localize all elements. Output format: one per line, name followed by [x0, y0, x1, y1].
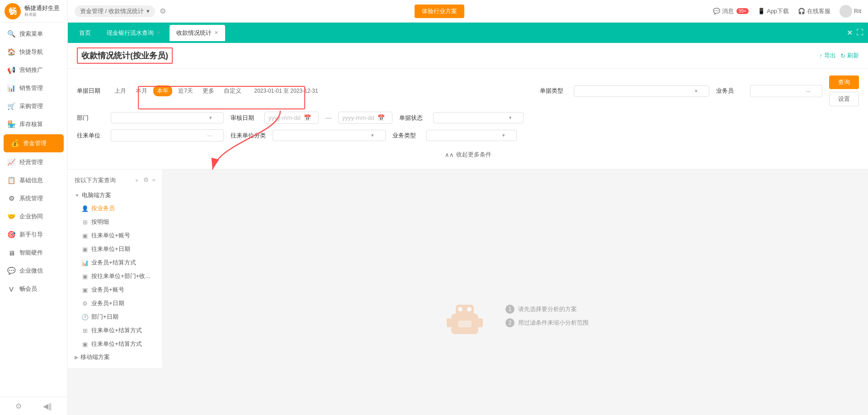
date-option-3[interactable]: 近7天 — [175, 85, 197, 96]
doc-type-select[interactable]: ▾ — [574, 85, 709, 97]
salesperson-label: 业务员 — [716, 87, 743, 95]
doc-status-chevron: ▾ — [509, 115, 512, 121]
scheme-item-0-2[interactable]: ▣往来单位+账号 — [68, 229, 162, 242]
scheme-group-header-0[interactable]: ▼电脑端方案 — [68, 189, 162, 202]
sidebar-item-basicinfo[interactable]: 📋基础信息 — [0, 171, 67, 189]
scheme-item-0-9[interactable]: ⊞往来单位+结算方式 — [68, 324, 162, 337]
scheme-item-icon-6: ▣ — [81, 286, 89, 293]
gear-scheme-icon[interactable]: ⚙ — [143, 176, 149, 184]
search-icon: 🔍 — [7, 29, 16, 38]
scheme-item-0-3[interactable]: ▣往来单位+日期 — [68, 242, 162, 256]
scheme-item-label-9: 往来单位+结算方式 — [91, 326, 142, 335]
sidebar-bottom: ⚙ ◀‖ — [0, 397, 67, 415]
sidebar-menu: 🔍搜索菜单🏠快捷导航📢营销推广📊销售管理🛒采购管理🏪库存核算💰资金管理📈经营管理… — [0, 23, 67, 397]
scheme-item-0-1[interactable]: ⊞按明细 — [68, 215, 162, 229]
biz-type-chevron: ▾ — [502, 132, 505, 138]
tab-close-collection[interactable]: ✕ — [214, 30, 218, 36]
doc-type-chevron: ▾ — [695, 88, 698, 94]
sidebar-item-marketing[interactable]: 📢营销推广 — [0, 61, 67, 79]
review-date-to-placeholder: yyyy-mm-dd — [342, 114, 374, 121]
scheme-item-0-0[interactable]: 👤按业务员 — [68, 202, 162, 215]
date-option-0[interactable]: 上月 — [111, 85, 130, 96]
scheme-item-icon-1: ⊞ — [81, 218, 89, 226]
sidebar-item-guide[interactable]: 🎯新手引导 — [0, 226, 67, 244]
sidebar-item-enterprise[interactable]: 🤝企业协同 — [0, 208, 67, 226]
collapse-sidebar-icon[interactable]: ◀‖ — [43, 402, 52, 410]
sidebar-item-operations[interactable]: 📈经营管理 — [0, 153, 67, 171]
biz-type-select[interactable]: ▾ — [426, 130, 517, 141]
page-content: 收款情况统计(按业务员) ↑ 导出 ↻ 刷新 单据日期 上月本月本年近7天更多自… — [68, 43, 868, 415]
expand-icon[interactable]: ⛶ — [856, 28, 863, 37]
purchase-icon: 🛒 — [7, 102, 16, 111]
scheme-item-0-4[interactable]: 📊业务员+结算方式 — [68, 256, 162, 269]
marketing-icon: 📢 — [7, 66, 16, 75]
scheme-item-0-6[interactable]: ▣业务员+账号 — [68, 283, 162, 297]
export-button[interactable]: ↑ 导出 — [820, 52, 836, 60]
collapse-button[interactable]: ∧∧ 收起更多条件 — [77, 147, 859, 162]
doc-status-label: 单据状态 — [399, 114, 426, 122]
salesperson-select[interactable]: ··· — [750, 85, 822, 97]
gear-icon[interactable]: ⚙ — [160, 7, 166, 15]
online-service-button[interactable]: 🎧 在线客服 — [798, 7, 830, 15]
scheme-item-0-8[interactable]: 🕐部门+日期 — [68, 310, 162, 324]
tab-close-bank[interactable]: ✕ — [156, 30, 160, 36]
sidebar-item-quicknav[interactable]: 🏠快捷导航 — [0, 43, 67, 61]
date-option-2[interactable]: 本年 — [153, 85, 172, 96]
app-download-button[interactable]: 📱 App下载 — [758, 7, 789, 15]
sidebar-item-fund[interactable]: 💰资金管理 — [4, 134, 64, 152]
setting-button[interactable]: 设置 — [829, 92, 859, 106]
scheme-item-icon-7: ⚙ — [81, 300, 89, 307]
scheme-item-icon-5: ▣ — [81, 273, 89, 280]
main-area: 资金管理 / 收款情况统计 ▾ ⚙ 体验行业方案 💬 消息 99+ 📱 App下… — [68, 0, 868, 415]
add-scheme-icon[interactable]: ＋ — [134, 176, 140, 184]
tab-label-collection: 收款情况统计 — [176, 29, 212, 37]
date-option-5[interactable]: 自定义 — [220, 85, 245, 96]
doc-status-select[interactable]: ▾ — [433, 112, 524, 123]
user-avatar-area[interactable]: Rit — [840, 5, 861, 18]
filter-row-counterpart: 往来单位 ··· 往来单位分类 ▾ 业务类型 ▾ — [77, 129, 859, 141]
query-button[interactable]: 查询 — [829, 75, 859, 89]
scheme-item-icon-2: ▣ — [81, 232, 89, 239]
hint-text-2: 用过滤条件来缩小分析范围 — [518, 319, 589, 327]
sidebar-item-wechat[interactable]: 💬企业微信 — [0, 262, 67, 280]
counterpart-class-chevron: ▾ — [371, 132, 374, 138]
trial-button[interactable]: 体验行业方案 — [415, 5, 464, 18]
counterpart-class-select[interactable]: ▾ — [273, 130, 386, 141]
scheme-item-icon-8: 🕐 — [81, 313, 89, 321]
counterpart-select[interactable]: ··· — [111, 129, 224, 141]
biz-type-label: 业务类型 — [392, 132, 420, 140]
sidebar-item-member[interactable]: V畅会员 — [0, 280, 67, 298]
tab-bank[interactable]: 现金银行流水查询✕ — [100, 25, 167, 41]
date-option-1[interactable]: 本月 — [132, 85, 151, 96]
scheme-item-0-7[interactable]: ⚙业务员+日期 — [68, 297, 162, 310]
sidebar-item-purchase[interactable]: 🛒采购管理 — [0, 97, 67, 115]
sidebar-item-search[interactable]: 🔍搜索菜单 — [0, 25, 67, 43]
collapse-left-icon[interactable]: « — [152, 176, 156, 184]
close-window-icon[interactable]: ✕ — [847, 28, 853, 37]
settings-bottom-icon[interactable]: ⚙ — [15, 402, 22, 410]
tab-home[interactable]: 首页 — [72, 25, 98, 41]
review-date-to-input[interactable]: yyyy-mm-dd 📅 — [338, 112, 392, 124]
guide-icon: 🎯 — [7, 230, 16, 239]
scheme-group-header-1[interactable]: ▶移动端方案 — [68, 351, 162, 363]
message-count: 99+ — [736, 8, 749, 14]
page-title: 收款情况统计(按业务员) — [77, 47, 173, 64]
messages-button[interactable]: 💬 消息 99+ — [713, 7, 749, 15]
logo-icon: 畅 — [5, 3, 21, 19]
tab-collection[interactable]: 收款情况统计✕ — [170, 25, 225, 41]
sidebar-item-inventory[interactable]: 🏪库存核算 — [0, 115, 67, 133]
sidebar-item-sales[interactable]: 📊销售管理 — [0, 79, 67, 97]
scheme-item-0-10[interactable]: ▣往来单位+结算方式 — [68, 337, 162, 351]
sidebar-item-hardware[interactable]: 🖥智能硬件 — [0, 244, 67, 262]
refresh-button[interactable]: ↻ 刷新 — [840, 52, 859, 60]
dept-select[interactable]: ▾ — [111, 112, 224, 123]
review-date-label: 审核日期 — [231, 114, 258, 122]
date-option-4[interactable]: 更多 — [199, 85, 218, 96]
sidebar-item-system[interactable]: ⚙系统管理 — [0, 189, 67, 208]
scheme-item-0-5[interactable]: ▣按往来单位+部门+收... — [68, 269, 162, 283]
scheme-item-icon-0: 👤 — [81, 205, 89, 212]
collapse-label: 收起更多条件 — [456, 151, 491, 159]
review-date-from-placeholder: yyyy-mm-dd — [269, 114, 301, 121]
review-date-from-input[interactable]: yyyy-mm-dd 📅 — [264, 112, 319, 124]
calendar-icon: 📅 — [304, 114, 311, 121]
